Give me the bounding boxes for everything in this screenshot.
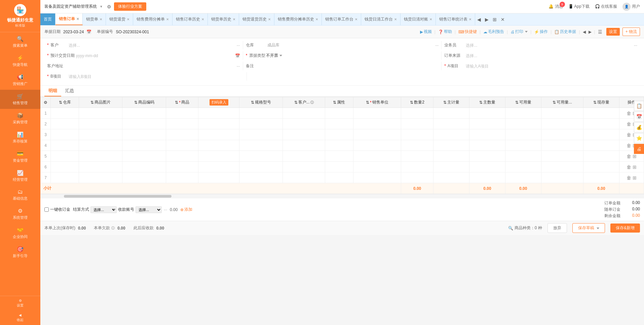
- tab-detail[interactable]: 明细: [44, 86, 61, 96]
- row2-qty2[interactable]: [401, 119, 433, 129]
- th-unit-sort[interactable]: ⇅ *销售单位: [366, 99, 388, 105]
- sidebar-settings-btn[interactable]: ⚙ 设置: [0, 296, 40, 311]
- sidebar-item-basic-info[interactable]: 🗂 基础信息: [0, 186, 40, 204]
- row6-mainqty[interactable]: [469, 162, 505, 172]
- tab-return-history-close[interactable]: ✕: [268, 17, 271, 21]
- row3-avail2[interactable]: [541, 129, 583, 140]
- sidebar-item-search[interactable]: 🔍 搜索菜单: [0, 32, 40, 51]
- row7-warehouse[interactable]: [51, 172, 79, 183]
- tab-cash-reconcile[interactable]: 钱货日清对账 ✕: [401, 13, 436, 25]
- th-qty2-sort[interactable]: ⇅ 数量2: [410, 99, 424, 105]
- row6-spec[interactable]: [239, 162, 283, 172]
- row7-avail[interactable]: [505, 172, 541, 183]
- tab-order-stats[interactable]: 销售订单统计表 ✕: [436, 13, 475, 25]
- row5-attr[interactable]: [325, 151, 353, 162]
- logistics-btn[interactable]: + 物流: [622, 28, 640, 36]
- warehouse-input[interactable]: [266, 43, 435, 48]
- tab-sales-order-close[interactable]: ✕: [76, 17, 79, 21]
- tab-summary[interactable]: 汇总: [61, 86, 78, 96]
- row1-warehouse[interactable]: [51, 108, 79, 119]
- row3-code[interactable]: [122, 129, 166, 140]
- one-click-deposit-checkbox[interactable]: [44, 207, 49, 212]
- row3-spec[interactable]: [239, 129, 283, 140]
- row4-code[interactable]: [122, 140, 166, 151]
- row1-mainqty[interactable]: [469, 108, 505, 119]
- one-click-deposit-check[interactable]: 一键收订金: [44, 207, 70, 212]
- th-product-code-sort[interactable]: ⇅ 商品编码: [134, 99, 154, 105]
- discard-button[interactable]: 放弃: [547, 223, 567, 233]
- row1-stock[interactable]: [583, 108, 619, 119]
- warehouse-more-btn[interactable]: ···: [435, 43, 439, 48]
- row5-stock[interactable]: [583, 151, 619, 162]
- row6-product[interactable]: [166, 162, 198, 172]
- th-avail-sort[interactable]: ⇅ 可用量: [515, 99, 531, 105]
- a-project-input[interactable]: [464, 64, 637, 69]
- sidebar-item-system[interactable]: ⚙ 系统管理: [0, 204, 40, 224]
- row4-warehouse[interactable]: [51, 140, 79, 151]
- topbar-gear-icon[interactable]: ⚙: [107, 4, 111, 9]
- row3-qty2[interactable]: [401, 129, 433, 140]
- account-select[interactable]: 选择...: [136, 206, 162, 213]
- sidebar-item-purchase[interactable]: 📦 采购管理: [0, 109, 40, 128]
- tab-expense-history-close[interactable]: ✕: [315, 17, 318, 21]
- sidebar-item-sales[interactable]: 🛒 销售管理: [0, 90, 40, 109]
- right-tool-print[interactable]: 🖨: [634, 144, 644, 154]
- tab-sales-invoice-close[interactable]: ✕: [100, 17, 102, 21]
- sidebar-item-inventory[interactable]: 📊 库存核算: [0, 128, 40, 147]
- tab-order-stats-close[interactable]: ✕: [469, 17, 471, 21]
- row1-code[interactable]: [122, 108, 166, 119]
- row7-avail2[interactable]: [541, 172, 583, 183]
- row4-mainunit[interactable]: [433, 140, 469, 151]
- row1-avail[interactable]: [505, 108, 541, 119]
- row3-mainqty[interactable]: [469, 129, 505, 140]
- row5-warehouse[interactable]: [51, 151, 79, 162]
- tab-order-workbench-close[interactable]: ✕: [355, 17, 357, 21]
- row2-product[interactable]: [166, 119, 198, 129]
- remark-input[interactable]: [266, 64, 439, 69]
- row5-product[interactable]: [166, 151, 198, 162]
- calendar-icon[interactable]: 📅: [86, 30, 91, 34]
- app-download-btn[interactable]: 📱 App下载: [568, 4, 590, 9]
- print-btn[interactable]: 🖨 打印: [510, 29, 528, 35]
- th-warehouse-sort[interactable]: ⇅ 仓库: [59, 99, 71, 105]
- tab-expense-split-close[interactable]: ✕: [166, 17, 169, 21]
- th-main-qty-sort[interactable]: ⇅ 主数量: [479, 99, 495, 105]
- tab-home[interactable]: 首页: [40, 13, 55, 25]
- tab-sales-invoice[interactable]: 销货单 ✕: [83, 13, 106, 25]
- tab-return-history[interactable]: 销货退货历史 ✕: [239, 13, 274, 25]
- row5-avail[interactable]: [505, 151, 541, 162]
- tab-order-workbench[interactable]: 销售订单工作台 ✕: [322, 13, 361, 25]
- row6-stock[interactable]: [583, 162, 619, 172]
- tab-invoice-history-close[interactable]: ✕: [233, 17, 235, 21]
- row7-spec[interactable]: [239, 172, 283, 183]
- row6-qty2[interactable]: [401, 162, 433, 172]
- th-attr-sort[interactable]: ⇅ 属性: [333, 99, 345, 105]
- row1-product[interactable]: [166, 108, 198, 119]
- order-source-input[interactable]: [464, 53, 637, 58]
- row7-mainqty[interactable]: [469, 172, 505, 183]
- row4-stock[interactable]: [583, 140, 619, 151]
- invoice-type-arrow[interactable]: [279, 55, 282, 56]
- row1-spec[interactable]: [239, 108, 283, 119]
- th-gear[interactable]: ⚙: [41, 97, 51, 108]
- row2-avail2[interactable]: [541, 119, 583, 129]
- row3-delete-btn[interactable]: 🗑: [627, 132, 631, 137]
- th-stock-sort[interactable]: ⇅ 现存量: [593, 99, 609, 105]
- row2-unit[interactable]: [353, 119, 401, 129]
- sidebar-item-quicknav[interactable]: ⚡ 快捷导航: [0, 51, 40, 71]
- online-service-btn[interactable]: 🎧 在线客服: [595, 4, 617, 9]
- row4-avail[interactable]: [505, 140, 541, 151]
- tab-sales-return[interactable]: 销货退货 ✕: [106, 13, 133, 25]
- account-more-btn[interactable]: ···: [164, 207, 167, 212]
- row2-mainqty[interactable]: [469, 119, 505, 129]
- row6-copy-btn[interactable]: ⊞: [633, 164, 637, 170]
- row2-stock[interactable]: [583, 119, 619, 129]
- th-spec-sort[interactable]: ⇅ 规格型号: [251, 99, 271, 105]
- row4-product[interactable]: [166, 140, 198, 151]
- tab-order-history[interactable]: 销售订单历史 ✕: [173, 13, 208, 25]
- row4-spec[interactable]: [239, 140, 283, 151]
- tab-expense-history[interactable]: 销售费用分摊单历史 ✕: [274, 13, 322, 25]
- row2-custcode[interactable]: [283, 119, 325, 129]
- tab-order-history-close[interactable]: ✕: [201, 17, 204, 21]
- settings-btn[interactable]: 设置: [606, 28, 620, 36]
